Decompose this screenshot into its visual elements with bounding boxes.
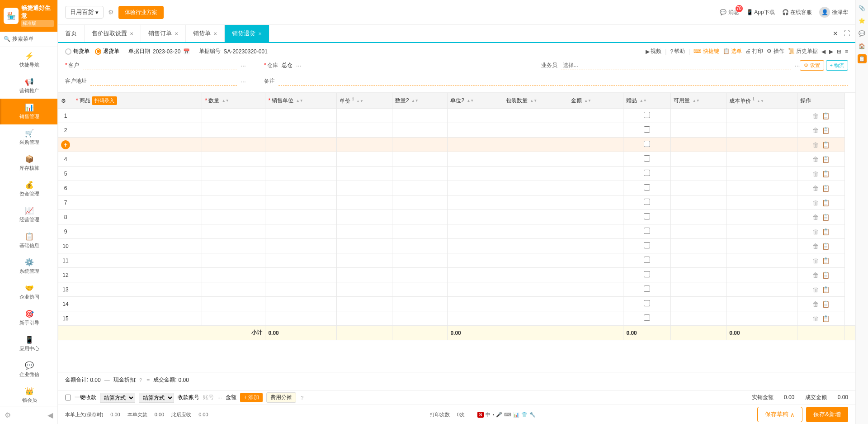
qty2-cell-2[interactable] — [392, 123, 448, 138]
th-setting[interactable]: ⚙ — [58, 93, 73, 109]
pack-qty-cell-11[interactable] — [503, 253, 568, 268]
right-panel-btn-1[interactable]: 📎 — [858, 4, 867, 13]
delete-row-btn-5[interactable]: 🗑 — [811, 169, 820, 178]
amount-cell-4[interactable] — [568, 152, 623, 167]
right-panel-btn-3[interactable]: 💬 — [858, 29, 867, 38]
available-cell-6[interactable] — [671, 181, 726, 195]
right-panel-btn-2[interactable]: ⭐ — [858, 16, 867, 25]
address-input[interactable] — [90, 76, 237, 86]
sale-unit-cell-11[interactable] — [265, 253, 337, 268]
unit-price-cell-8[interactable] — [337, 210, 392, 224]
sidebar-item-finance[interactable]: 💰 资金管理 — [0, 176, 57, 202]
gift-checkbox-3[interactable] — [644, 141, 650, 147]
print-btn[interactable]: 🖨 打印 — [745, 48, 763, 55]
copy-row-btn-11[interactable]: 📋 — [821, 256, 830, 265]
quantity-cell-2[interactable] — [202, 123, 265, 138]
product-cell-2[interactable] — [73, 123, 202, 138]
product-cell-6[interactable] — [73, 181, 202, 195]
product-cell-9[interactable] — [73, 224, 202, 239]
unit2-sort-icon[interactable]: ▲▼ — [467, 99, 474, 103]
pack-qty-cell-5[interactable] — [503, 167, 568, 181]
sale-unit-cell-13[interactable] — [265, 282, 337, 297]
warehouse-dots[interactable]: ··· — [296, 62, 302, 69]
qty2-cell-14[interactable] — [392, 297, 448, 311]
taskbar-icon-3[interactable]: 🎤 — [496, 412, 502, 418]
amount-cell-2[interactable] — [568, 123, 623, 138]
copy-row-btn-4[interactable]: 📋 — [821, 155, 830, 164]
amount-cell-9[interactable] — [568, 224, 623, 239]
gift-checkbox-5[interactable] — [644, 170, 650, 176]
salesperson-input[interactable] — [561, 61, 791, 70]
add-row-cell[interactable]: + — [58, 138, 73, 152]
product-cell-1[interactable] — [73, 109, 202, 123]
sale-unit-cell-7[interactable] — [265, 195, 337, 210]
gift-checkbox-7[interactable] — [644, 199, 650, 205]
copy-row-btn-14[interactable]: 📋 — [821, 300, 830, 309]
unit-price-cell-2[interactable] — [337, 123, 392, 138]
unit2-cell-9[interactable] — [448, 224, 503, 239]
tab-close-all-btn[interactable]: ✕ — [831, 28, 840, 39]
trial-btn[interactable]: 体验行业方案 — [118, 6, 164, 19]
qty2-cell-15[interactable] — [392, 311, 448, 326]
sidebar-item-newbie[interactable]: 🎯 新手引导 — [0, 305, 57, 331]
tab-sale-settings[interactable]: 售价提取设置 ✕ — [85, 25, 141, 42]
gift-checkbox-13[interactable] — [644, 286, 650, 292]
available-cell-15[interactable] — [671, 311, 726, 326]
cost-unit-cell-12[interactable] — [726, 268, 797, 282]
unit-price-cell-10[interactable] — [337, 239, 392, 253]
cost-unit-cell-8[interactable] — [726, 210, 797, 224]
amount-cell-10[interactable] — [568, 239, 623, 253]
customer-dots[interactable]: ··· — [241, 62, 246, 69]
message-badge[interactable]: 💬 70 消息 — [720, 9, 739, 16]
prev-record-btn[interactable]: ◀ — [821, 48, 826, 55]
amount-cell-8[interactable] — [568, 210, 623, 224]
pack-qty-cell-8[interactable] — [503, 210, 568, 224]
cost-unit-cell-1[interactable] — [726, 109, 797, 123]
unit-price-sort-icon[interactable]: ▲▼ — [356, 99, 363, 103]
unit2-cell-5[interactable] — [448, 167, 503, 181]
help-btn[interactable]: ? 帮助 — [670, 48, 685, 55]
cost-unit-cell-9[interactable] — [726, 224, 797, 239]
copy-row-btn-1[interactable]: 📋 — [821, 111, 830, 120]
amount-cell-5[interactable] — [568, 167, 623, 181]
pack-qty-cell-15[interactable] — [503, 311, 568, 326]
delete-row-btn-8[interactable]: 🗑 — [811, 213, 820, 222]
sidebar-item-basicinfo[interactable]: 📋 基础信息 — [0, 228, 57, 253]
available-cell-7[interactable] — [671, 195, 726, 210]
sale-unit-cell-2[interactable] — [265, 123, 337, 138]
pack-qty-cell-7[interactable] — [503, 195, 568, 210]
gift-cell-3[interactable] — [623, 138, 671, 152]
copy-row-btn-6[interactable]: 📋 — [821, 184, 830, 193]
product-input-3[interactable] — [76, 142, 199, 148]
available-cell-10[interactable] — [671, 239, 726, 253]
taskbar-icon-1[interactable]: 中 — [486, 411, 491, 418]
taskbar-icon-7[interactable]: 🔧 — [529, 412, 536, 418]
sidebar-item-inventory[interactable]: 📦 库存核算 — [0, 150, 57, 176]
settings-gear-icon[interactable]: ⚙ — [107, 8, 115, 17]
delete-row-btn-7[interactable]: 🗑 — [811, 198, 820, 207]
taskbar-icon-5[interactable]: 📊 — [513, 412, 519, 418]
cost-unit-cell-4[interactable] — [726, 152, 797, 167]
unit-price-cell-9[interactable] — [337, 224, 392, 239]
gift-cell-6[interactable] — [623, 181, 671, 195]
account-dots[interactable]: ··· — [217, 395, 222, 401]
tab-expand-btn[interactable]: ⛶ — [842, 28, 852, 39]
unit-price-cell-11[interactable] — [337, 253, 392, 268]
cost-unit-cell-7[interactable] — [726, 195, 797, 210]
sale-unit-cell-14[interactable] — [265, 297, 337, 311]
quantity-cell-14[interactable] — [202, 297, 265, 311]
quantity-cell-11[interactable] — [202, 253, 265, 268]
quantity-sort-icon[interactable]: ▲▼ — [222, 99, 229, 103]
tab-sale-return-close[interactable]: ✕ — [258, 31, 262, 36]
pack-qty-cell-9[interactable] — [503, 224, 568, 239]
qty2-cell-7[interactable] — [392, 195, 448, 210]
unit-price-cell-12[interactable] — [337, 268, 392, 282]
gift-cell-10[interactable] — [623, 239, 671, 253]
online-service-link[interactable]: 🎧 在线客服 — [782, 9, 812, 16]
amount-cell-15[interactable] — [568, 311, 623, 326]
gift-checkbox-12[interactable] — [644, 271, 650, 277]
amount-cell-1[interactable] — [568, 109, 623, 123]
sidebar-collapse-btn[interactable]: ◀ — [47, 410, 54, 420]
unit-price-cell-5[interactable] — [337, 167, 392, 181]
calc-method-select[interactable]: 结算方式 — [139, 393, 174, 403]
